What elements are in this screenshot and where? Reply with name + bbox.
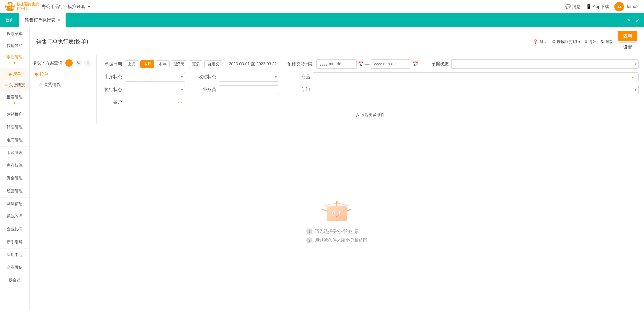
goods-input-wrap[interactable]: ··· — [313, 72, 639, 81]
date-sep: — — [365, 62, 369, 67]
empty-illustration — [320, 191, 354, 224]
sidebar-item-label: 企业协同 — [7, 226, 23, 232]
empty-tip-1: 1 请先选择要分析的方案 — [306, 228, 367, 235]
expected-date-group: 📅 — 📅 — [316, 59, 418, 69]
tab-close-window-btn[interactable]: × — [626, 16, 632, 25]
quick-nav-btn[interactable]: 快捷导航 — [0, 41, 29, 51]
filter-field-goods: 商品 ··· — [290, 72, 639, 81]
nav-dropdown[interactable]: ▾ — [88, 4, 90, 9]
collapse-filter-btn[interactable]: « — [84, 59, 92, 67]
filter-row-exec: 执行状态 业务员 ··· — [102, 85, 639, 94]
refresh-btn[interactable]: ↻ 刷新 — [601, 39, 614, 45]
date-tag-7days[interactable]: 近7天 — [171, 60, 187, 68]
sidebar-item-system[interactable]: 系统管理 — [0, 210, 29, 223]
receipt-status-select[interactable] — [219, 72, 279, 82]
sub-item-icon: ◉ — [8, 72, 12, 76]
export-icon: ⬇ — [584, 39, 588, 44]
sidebar-item-label: 销售管理 — [7, 124, 23, 130]
sidebar-item-finance[interactable]: 资金管理 — [0, 172, 29, 185]
filter-field-date-range: 2023-03-01 至 2023-03-31 — [229, 61, 277, 67]
sidebar-item-ecommerce[interactable]: 电商管理 — [0, 134, 29, 147]
search-menu-btn[interactable]: 搜索菜单 — [1, 30, 28, 38]
export-btn[interactable]: ⬇ 导出 — [584, 39, 597, 45]
date-tag-more[interactable]: 更多 — [189, 60, 203, 68]
sidebar-item-label: 经营管理 — [7, 188, 23, 194]
sidebar-item-label: 新手引导 — [7, 239, 23, 245]
tab-active[interactable]: 销售订单执行表 × — [19, 13, 66, 27]
sub-item-icon2: ◎ — [4, 83, 8, 88]
filter-plan-item-shortage[interactable]: 欠货情况 — [32, 80, 94, 90]
dept-select[interactable] — [313, 85, 639, 94]
collapse-filter-row[interactable]: ⋀ 收起更多条件 — [102, 110, 639, 120]
date-label: 单据日期 — [102, 61, 122, 67]
help-btn[interactable]: ❓ 帮助 — [533, 39, 547, 45]
sidebar-item-member[interactable]: 畅会员 — [0, 274, 29, 287]
salesperson-ellipsis-btn[interactable]: ··· — [272, 87, 276, 92]
settings-btn[interactable]: 设置 — [618, 42, 637, 52]
dept-select-wrap — [313, 85, 639, 94]
top-bar-right: 💬 消息 📱 App下载 Ea demo2 — [565, 2, 639, 11]
sidebar-search-area: 搜索菜单 — [0, 27, 29, 41]
filter-row-customer: 客户 ··· — [102, 98, 639, 106]
tab-close-btn[interactable]: × — [58, 18, 60, 22]
sidebar-item-retail[interactable]: 零售管理 ▲ — [0, 51, 29, 68]
filter-field-customer: 客户 ··· — [102, 98, 185, 106]
sidebar: 搜索菜单 快捷导航 零售管理 ▲ ◉ 按单 ◎ 欠货情况 批发管理 ▲ 营销推广 — [0, 27, 30, 310]
customer-ellipsis-btn[interactable]: ··· — [178, 99, 182, 105]
filter-panel-inner: 按以下方案查询 + ✎ « 按单 — [30, 55, 644, 124]
sidebar-sub-item-order[interactable]: ◉ 按单 — [0, 68, 29, 80]
filter-plan-item-order[interactable]: 按单 — [32, 69, 94, 80]
order-status-select[interactable] — [451, 59, 639, 69]
date-tag-custom[interactable]: 自定义 — [204, 60, 222, 68]
goods-ellipsis-btn[interactable]: ··· — [632, 74, 636, 80]
sidebar-item-operations[interactable]: 经营管理 — [0, 185, 29, 198]
sidebar-item-wholesale[interactable]: 批发管理 ▲ — [0, 91, 29, 108]
exec-status-select-wrap — [125, 85, 185, 94]
refresh-icon: ↻ — [601, 39, 604, 44]
exec-status-select[interactable] — [125, 85, 185, 94]
expected-date-start-input[interactable] — [316, 59, 357, 69]
customer-input-wrap[interactable]: ··· — [125, 98, 185, 106]
user-avatar: Ea — [614, 2, 624, 11]
sidebar-item-inventory[interactable]: 库存核算 — [0, 159, 29, 172]
sidebar-item-basic-info[interactable]: 基础信息 — [0, 198, 29, 210]
filter-field-out-status: 出库状态 — [102, 72, 185, 82]
date-tags: 上月 本月 本年 近7天 更多 自定义 — [125, 60, 222, 68]
sidebar-item-marketing[interactable]: 营销推广 — [0, 108, 29, 121]
edit-plan-btn[interactable]: ✎ — [75, 59, 82, 67]
sidebar-item-sales[interactable]: 销售管理 — [0, 121, 29, 134]
date-tag-last-month[interactable]: 上月 — [125, 60, 139, 68]
plan-dot — [35, 73, 38, 76]
filter-field-order-status: 单据状态 — [429, 59, 639, 69]
logo-area: 畅捷通好生意 畅捷通好生意 标准版 — [5, 2, 39, 11]
out-status-select[interactable] — [125, 72, 185, 82]
app-download-btn[interactable]: 📱 App下载 — [586, 4, 609, 10]
filter-row-date: 单据日期 上月 本月 本年 近7天 更多 自定义 — [102, 59, 639, 69]
print-btn[interactable]: 🖨 按模板打印 ▾ — [551, 39, 580, 45]
sidebar-item-collab[interactable]: 企业协同 — [0, 223, 29, 236]
query-btn[interactable]: 查询 — [618, 31, 637, 41]
date-tag-current-year[interactable]: 本年 — [156, 60, 170, 68]
salesperson-input-wrap[interactable]: ··· — [219, 85, 279, 94]
filter-field-receipt-status: 收款状态 — [196, 72, 279, 82]
filter-field-expected-date: 预计交货日期 📅 — 📅 — [287, 59, 418, 69]
goods-label: 商品 — [290, 74, 310, 80]
sidebar-item-guide[interactable]: 新手引导 — [0, 236, 29, 249]
page-header: 销售订单执行表(按单) ❓ 帮助 🖨 按模板打印 ▾ ⬇ 导出 ↻ 刷新 — [30, 27, 644, 55]
filter-sidebar-actions: + ✎ « — [65, 59, 92, 67]
user-area[interactable]: Ea demo2 — [614, 2, 639, 11]
date-tag-current-month[interactable]: 本月 — [140, 60, 154, 68]
message-btn[interactable]: 💬 消息 — [565, 4, 581, 10]
expected-date-end-input[interactable] — [371, 59, 411, 69]
calendar-icon-start[interactable]: 📅 — [358, 61, 364, 67]
sidebar-item-wechat[interactable]: 企业微信 — [0, 261, 29, 274]
sidebar-item-purchase[interactable]: 采购管理 — [0, 147, 29, 159]
expected-date-label: 预计交货日期 — [287, 61, 314, 67]
add-plan-btn[interactable]: + — [65, 59, 73, 67]
data-area: 1 请先选择要分析的方案 2 用过滤条件来缩小分析范围 — [30, 124, 644, 310]
tab-home[interactable]: 首页 — [0, 13, 19, 27]
sidebar-sub-item-stock[interactable]: ◎ 欠货情况 — [0, 80, 29, 91]
tab-maximize-btn[interactable]: ⤢ — [634, 16, 641, 25]
calendar-icon-end[interactable]: 📅 — [412, 61, 418, 67]
sidebar-item-app-center[interactable]: 应用中心 — [0, 249, 29, 261]
